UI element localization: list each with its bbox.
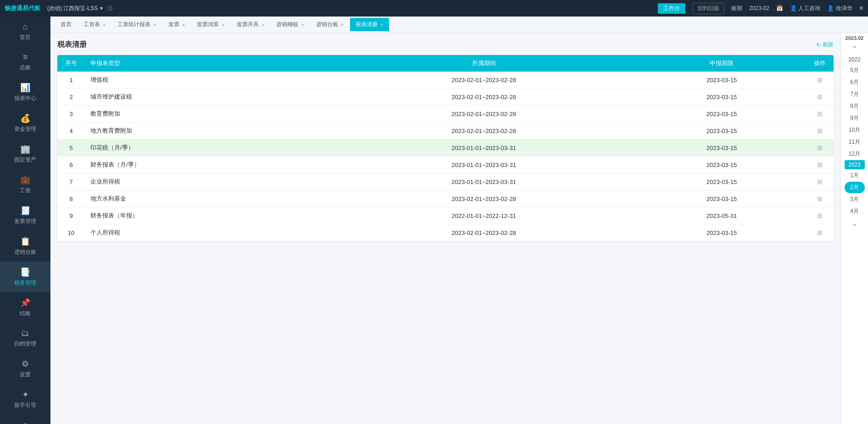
- tab-close-invoice[interactable]: ×: [182, 22, 185, 28]
- sidebar-item-assets[interactable]: 🏢 固定资产: [0, 139, 50, 169]
- tab-close-wages[interactable]: ×: [103, 22, 106, 28]
- cell-action[interactable]: ⊞: [806, 224, 834, 241]
- table-row: 9 财务报表（年报） 2022-01-01~2022-12-31 2023-05…: [57, 207, 834, 224]
- capital-icon: 💰: [20, 113, 30, 123]
- sidebar-item-settle[interactable]: 📌 结账: [0, 292, 50, 323]
- sidebar-item-archive[interactable]: 🗂 归档管理: [0, 323, 50, 353]
- scroll-up-button[interactable]: ⌃: [850, 43, 859, 55]
- cell-action[interactable]: ⊞: [806, 72, 834, 89]
- table-row: 8 地方水利基金 2023-02-01~2023-02-28 2023-03-1…: [57, 190, 834, 207]
- month-item[interactable]: 10月: [845, 124, 865, 136]
- month-item[interactable]: 6月: [845, 77, 865, 88]
- right-panel-header: 2023.02: [846, 35, 864, 41]
- view-icon[interactable]: ⊞: [817, 76, 823, 84]
- table-row: 6 财务报表（月/季） 2023-01-01~2023-03-31 2023-0…: [57, 156, 834, 173]
- month-item[interactable]: 5月: [845, 65, 865, 76]
- window-close-button[interactable]: ×: [859, 4, 863, 12]
- tab-close-wage-stats[interactable]: ×: [153, 22, 156, 28]
- tab-home[interactable]: 首页: [55, 18, 77, 31]
- tab-wage-stats[interactable]: 工资统计报表 ×: [112, 18, 161, 31]
- home-icon: ⌂: [23, 22, 28, 32]
- sidebar-item-home[interactable]: ⌂ 首页: [0, 17, 50, 47]
- sidebar-item-settings[interactable]: ⚙ 设置: [0, 353, 50, 384]
- month-item[interactable]: 9月: [845, 112, 865, 124]
- sidebar-item-reports[interactable]: 📊 报表中心: [0, 77, 50, 108]
- col-header-period: 所属期间: [330, 55, 637, 72]
- switch-button[interactable]: 切到旧版: [692, 3, 724, 14]
- month-item[interactable]: 1月: [845, 170, 865, 181]
- view-icon[interactable]: ⊞: [817, 93, 823, 100]
- cell-deadline: 2023-03-15: [637, 139, 806, 156]
- view-icon[interactable]: ⊞: [817, 110, 823, 117]
- cell-action[interactable]: ⊞: [806, 123, 834, 139]
- user-service[interactable]: 👤 人工咨询: [790, 5, 820, 12]
- sidebar-item-member[interactable]: ◇ 畅会员: [0, 415, 50, 424]
- year-label[interactable]: 2022: [845, 55, 865, 64]
- view-icon[interactable]: ⊞: [817, 195, 823, 202]
- month-item[interactable]: 2月: [845, 182, 865, 193]
- cell-period: 2023-02-01~2023-02-28: [330, 106, 637, 123]
- cell-period: 2023-02-01~2023-02-28: [330, 72, 637, 89]
- col-header-action: 操作: [806, 55, 834, 72]
- tab-close-purchase-check[interactable]: ×: [301, 22, 304, 28]
- sidebar-item-guide[interactable]: ✦ 新手引导: [0, 384, 50, 415]
- cell-deadline: 2023-03-15: [637, 224, 806, 241]
- scroll-down-button[interactable]: ⌄: [850, 218, 859, 229]
- tab-tax-register[interactable]: 税表清册 ×: [350, 18, 389, 31]
- view-icon[interactable]: ⊞: [817, 144, 823, 151]
- cell-deadline: 2023-03-15: [637, 190, 806, 207]
- tab-close-purchase-ledger[interactable]: ×: [341, 22, 344, 28]
- view-icon[interactable]: ⊞: [817, 229, 823, 236]
- month-item[interactable]: 11月: [845, 136, 865, 148]
- cell-deadline: 2023-03-15: [637, 89, 806, 106]
- calendar-icon[interactable]: 📅: [776, 5, 783, 11]
- view-icon[interactable]: ⊞: [817, 127, 823, 134]
- cell-no: 4: [57, 123, 85, 139]
- cell-deadline: 2023-03-15: [637, 123, 806, 139]
- ledger-icon: ≡: [23, 52, 28, 62]
- invoice-icon: 🧾: [20, 206, 30, 216]
- col-header-type: 申报表类型: [85, 55, 330, 72]
- tab-close-invoice-check[interactable]: ×: [222, 22, 224, 28]
- sidebar-label-archive: 归档管理: [14, 340, 36, 348]
- sidebar-item-ledger[interactable]: ≡ 总账: [0, 47, 50, 77]
- tab-close-tax-register[interactable]: ×: [380, 22, 383, 28]
- tab-close-invoice-open[interactable]: ×: [262, 22, 264, 28]
- cell-action[interactable]: ⊞: [806, 106, 834, 123]
- company-selector[interactable]: (勿动) 江西报宝-LSS ▾: [47, 5, 103, 12]
- month-item[interactable]: 12月: [845, 148, 865, 160]
- cell-action[interactable]: ⊞: [806, 156, 834, 173]
- month-item[interactable]: 3月: [845, 194, 865, 205]
- view-icon[interactable]: ⊞: [817, 212, 823, 219]
- year-label[interactable]: 2023: [845, 160, 865, 169]
- tab-invoice[interactable]: 发票 ×: [163, 18, 190, 31]
- month-item[interactable]: 8月: [845, 100, 865, 112]
- avatar-icon: 👤: [827, 5, 834, 11]
- tax-icon: 📑: [20, 267, 30, 277]
- tab-invoice-check[interactable]: 发票润算 ×: [191, 18, 230, 31]
- view-icon[interactable]: ⊞: [817, 178, 823, 185]
- cell-action[interactable]: ⊞: [806, 173, 834, 190]
- sidebar-item-wages[interactable]: 💼 工资: [0, 169, 50, 200]
- sidebar-item-purchase[interactable]: 📋 进销台账: [0, 231, 50, 262]
- wages-icon: 💼: [20, 175, 30, 185]
- tab-purchase-check[interactable]: 进销稽核 ×: [271, 18, 309, 31]
- top-bar-actions: 工作台 切到旧版 账期 2023-02 📅 👤 人工咨询 👤 徐泽华 ×: [658, 3, 863, 14]
- refresh-button[interactable]: ↻ 刷新: [816, 41, 834, 49]
- tab-wages[interactable]: 工资表 ×: [78, 18, 111, 31]
- view-icon[interactable]: ⊞: [817, 161, 823, 168]
- tab-purchase-ledger[interactable]: 进销台账 ×: [311, 18, 349, 31]
- main-layout: ⌂ 首页 ≡ 总账 📊 报表中心 💰 资金管理 🏢 固定资产 💼 工资 🧾 发票…: [0, 17, 868, 424]
- cell-action[interactable]: ⊞: [806, 89, 834, 106]
- month-item[interactable]: 7月: [845, 89, 865, 100]
- user-name[interactable]: 👤 徐泽华: [827, 5, 852, 12]
- month-item[interactable]: 4月: [845, 206, 865, 217]
- cell-action[interactable]: ⊞: [806, 139, 834, 156]
- sidebar-item-capital[interactable]: 💰 资金管理: [0, 108, 50, 139]
- cell-action[interactable]: ⊞: [806, 190, 834, 207]
- workspace-button[interactable]: 工作台: [658, 3, 685, 14]
- sidebar-item-tax[interactable]: 📑 税务管理: [0, 262, 50, 292]
- cell-action[interactable]: ⊞: [806, 207, 834, 224]
- tab-invoice-open[interactable]: 发票开具 ×: [231, 18, 270, 31]
- sidebar-item-invoice[interactable]: 🧾 发票管理: [0, 200, 50, 231]
